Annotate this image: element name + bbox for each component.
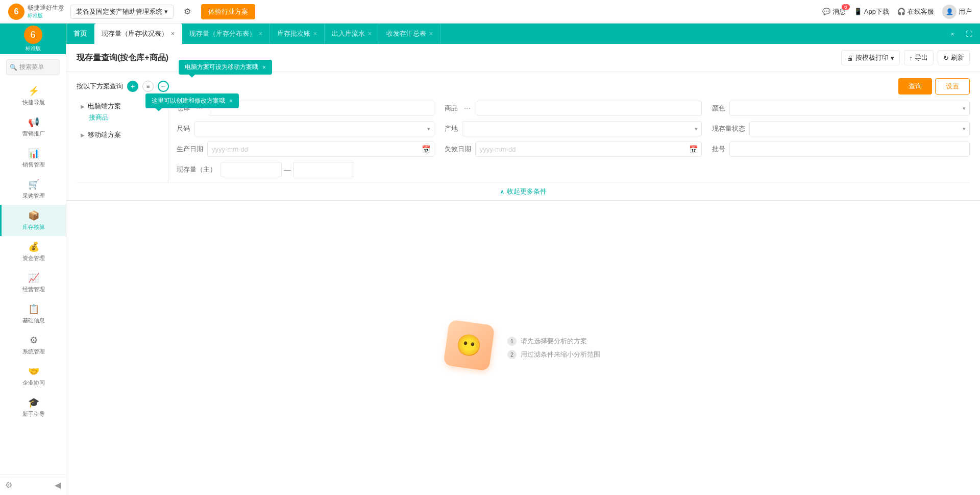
sidebar-collapse-button[interactable]: ◀ [55,480,61,490]
export-label: 导出 [915,53,928,62]
empty-hint-2: 2 用过滤条件来缩小分析范围 [507,350,600,359]
collapse-more-button[interactable]: ∧ 收起更多条件 [77,182,970,200]
sidebar-item-quick-nav[interactable]: ⚡ 快捷导航 [0,80,66,111]
color-select[interactable] [729,101,970,116]
online-service-button[interactable]: 🎧 在线客服 [897,7,934,16]
stock-qty-min-input[interactable] [220,162,282,177]
sidebar-item-basic-info[interactable]: 📋 基础信息 [0,298,66,329]
content-area: 首页 现存量（库存状况表） × 现存量（库存分布表） × 库存批次账 × 出入库… [66,23,980,495]
app-download-button[interactable]: 📱 App下载 [854,7,889,16]
export-button[interactable]: ↑ 导出 [904,50,934,65]
tab-batch-label: 库存批次账 [277,29,310,38]
product-dots[interactable]: ··· [462,104,473,113]
filter-scheme-button[interactable]: ≡ [142,81,154,92]
tooltip-1-close[interactable]: × [262,64,266,71]
sidebar-item-system[interactable]: ⚙ 系统管理 [0,329,66,361]
filter-label: 按以下方案查询 [77,82,123,91]
tooltip-2-close[interactable]: × [229,98,233,105]
sidebar-item-sales[interactable]: 📊 销售管理 [0,143,66,174]
filter-row-1: 仓库 ··· 商品 ··· [177,101,970,116]
sidebar-item-purchase[interactable]: 🛒 采购管理 [0,174,66,205]
export-icon: ↑ [910,54,913,62]
sidebar-item-label: 营销推广 [22,130,45,137]
industry-button[interactable]: 体验行业方案 [201,4,255,19]
scheme-desktop-label: 电脑端方案 [88,102,121,111]
print-icon: 🖨 [847,54,853,62]
chevron-up-icon: ∧ [500,188,505,196]
sidebar-search: 🔍 搜索菜单 [0,54,66,80]
scheme-by-product[interactable]: 接商品 [77,112,163,123]
tab-summary-label: 收发存汇总表 [386,29,426,38]
product-label: 商品 [445,104,458,113]
cart-icon: 🛒 [28,179,39,190]
batch-input[interactable] [729,142,970,157]
filter-row-2: 尺码 ▾ 产地 ▾ [177,121,970,136]
tab-home[interactable]: 首页 [66,23,94,44]
filter-size: 尺码 ▾ [177,121,434,136]
sidebar-item-label: 系统管理 [22,348,45,356]
tab-close-icon[interactable]: × [171,30,175,37]
sidebar-item-operations[interactable]: 📈 经营管理 [0,267,66,298]
expiry-date-label: 失效日期 [445,145,471,154]
user-button[interactable]: 👤 用户 [942,5,972,19]
sidebar-nav: ⚡ 快捷导航 📢 营销推广 📊 销售管理 🛒 采购管理 📦 库存核算 [0,80,66,475]
query-reset-btns: 查询 设置 [898,78,970,95]
sidebar-item-label: 库存核算 [22,223,45,231]
sidebar-item-label: 销售管理 [22,161,45,169]
expiry-date-input[interactable] [475,142,702,157]
tab-close-icon[interactable]: × [429,30,433,37]
sidebar-item-label: 企业协同 [22,379,45,387]
empty-state: 😶 1 请先选择要分析的方案 2 用过滤条件来缩小分析范围 [66,201,980,495]
sidebar-item-enterprise[interactable]: 🤝 企业协同 [0,361,66,392]
stock-qty-max-input[interactable] [293,162,354,177]
empty-icon: 😶 [446,322,497,373]
message-button[interactable]: 💬 消息 6 [822,7,846,16]
maximize-button[interactable]: ⛶ [963,28,975,40]
filter-production-date: 生产日期 📅 [177,142,434,157]
message-badge: 6 [842,4,850,10]
tab-close-icon[interactable]: × [259,30,262,37]
query-button[interactable]: 查询 [898,78,932,95]
tab-inventory-dist[interactable]: 现存量（库存分布表） × [182,23,270,44]
print-button[interactable]: 🖨 按模板打印 ▾ [841,50,900,65]
filter-color: 颜色 ▾ [712,101,970,116]
search-menu-button[interactable]: 🔍 搜索菜单 [6,59,60,75]
color-label: 颜色 [712,104,725,113]
size-select[interactable] [194,121,434,136]
system-select[interactable]: 装备及固定资产辅助管理系统 ▾ [70,5,174,19]
product-input[interactable] [477,101,702,116]
filter-add-button[interactable]: + [127,81,138,92]
tab-batch[interactable]: 库存批次账 × [270,23,325,44]
gear-button[interactable]: ⚙ [180,4,195,19]
filter-row-4: 现存量（主） — [177,162,970,177]
sidebar-logo-icon: 6 [24,26,42,44]
tab-actions: × ⛶ [941,23,980,44]
page-title: 现存量查询(按仓库+商品) [77,53,168,63]
tab-close-icon[interactable]: × [313,30,317,37]
sidebar-settings-button[interactable]: ⚙ [5,480,12,490]
refresh-button[interactable]: ↻ 刷新 [938,50,970,65]
filter-arrow-button[interactable]: ← [158,81,169,92]
warehouse-input[interactable] [209,101,434,116]
close-all-button[interactable]: × [946,28,959,40]
sidebar-item-guide[interactable]: 🎓 新手引导 [0,392,66,423]
sidebar-item-finance[interactable]: 💰 资金管理 [0,236,66,267]
scheme-mobile[interactable]: ▶ 移动端方案 [77,129,163,140]
origin-select[interactable] [462,121,702,136]
tab-flow[interactable]: 出入库流水 × [325,23,379,44]
stock-status-select[interactable] [749,121,970,136]
tab-summary[interactable]: 收发存汇总表 × [379,23,440,44]
sidebar-item-inventory[interactable]: 📦 库存核算 [0,205,66,236]
sidebar-item-marketing[interactable]: 📢 营销推广 [0,111,66,143]
tab-inventory-status[interactable]: 现存量（库存状况表） × [94,23,182,44]
reset-button[interactable]: 设置 [935,78,970,95]
stock-qty-sep: — [284,166,291,174]
tab-close-icon[interactable]: × [368,30,372,37]
graduation-icon: 🎓 [28,397,39,408]
refresh-icon: ↻ [943,54,949,62]
tooltip-1-text: 电脑方案可设为移动方案哦 [185,63,258,72]
production-date-input[interactable] [207,142,434,157]
logo-area: 6 畅捷通好生意 标准版 [8,4,64,20]
logo-icon: 6 [8,4,24,20]
filter-area: 按以下方案查询 + ≡ ← 电脑方案可设为移动方案哦 × 查询 设置 [66,72,980,201]
